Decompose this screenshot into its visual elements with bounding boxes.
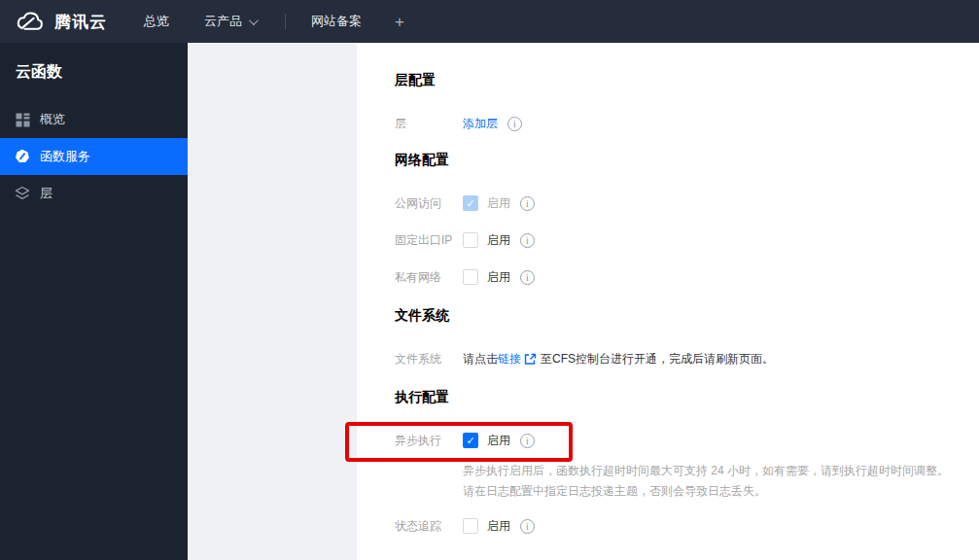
add-layer-link[interactable]: 添加层 — [463, 116, 498, 132]
public-access-checkbox: ✓ — [463, 195, 478, 211]
external-link-icon — [524, 353, 537, 366]
form-row-async-execution: 异步执行 ✓ 启用 i — [395, 432, 971, 449]
topbar: 腾讯云 总览 云产品 网站备案 + — [0, 0, 979, 43]
section-heading-network-config: 网络配置 — [395, 152, 971, 167]
brand-name: 腾讯云 — [54, 11, 107, 33]
info-icon[interactable]: i — [520, 270, 535, 285]
content-gutter — [188, 43, 357, 560]
form-row-filesystem: 文件系统 请点击 链接 至CFS控制台进行开通，完成后请刷新页面。 — [395, 350, 971, 368]
enable-label: 启用 — [487, 232, 510, 249]
sidebar-item-label: 层 — [40, 185, 52, 202]
content-area: 层配置 层 添加层 i 网络配置 公网访问 ✓ 启用 i 固定出口IP — [188, 43, 979, 560]
info-icon[interactable]: i — [520, 434, 535, 448]
nav-overview[interactable]: 总览 — [144, 13, 169, 30]
enable-label: 启用 — [487, 195, 510, 212]
async-execution-checkbox[interactable]: ✓ — [463, 433, 478, 448]
tencent-cloud-logo-icon — [14, 10, 46, 33]
info-icon[interactable]: i — [520, 196, 535, 211]
field-label: 文件系统 — [395, 351, 463, 368]
config-form: 层配置 层 添加层 i 网络配置 公网访问 ✓ 启用 i 固定出口IP — [357, 43, 979, 560]
field-label: 公网访问 — [395, 195, 463, 212]
section-heading-layer-config: 层配置 — [395, 72, 971, 88]
form-row-vpc: 私有网络 启用 i — [395, 268, 971, 286]
sidebar-title: 云函数 — [0, 43, 188, 83]
page: 腾讯云 总览 云产品 网站备案 + 云函数 — [0, 0, 979, 560]
cfs-console-link[interactable]: 链接 — [498, 351, 521, 368]
sidebar-item-overview[interactable]: 概览 — [0, 101, 188, 138]
layers-icon — [15, 186, 30, 201]
brand[interactable]: 腾讯云 — [14, 10, 107, 33]
sidebar: 云函数 概览 — [0, 43, 188, 560]
async-execution-help: 异步执行启用后，函数执行超时时间最大可支持 24 小时，如有需要，请到执行超时时… — [463, 461, 971, 502]
sidebar-item-label: 函数服务 — [40, 148, 90, 165]
field-label: 状态追踪 — [395, 518, 463, 535]
form-row-layer: 层 添加层 i — [395, 115, 971, 132]
form-row-fixed-ip: 固定出口IP 启用 i — [395, 231, 971, 249]
sidebar-item-layers[interactable]: 层 — [0, 175, 188, 212]
nav-divider — [285, 14, 286, 29]
nav-cloud-products[interactable]: 云产品 — [204, 13, 256, 30]
scf-function-icon — [15, 149, 30, 164]
form-row-public-access: 公网访问 ✓ 启用 i — [395, 194, 971, 212]
vpc-checkbox[interactable] — [463, 269, 478, 285]
sidebar-item-label: 概览 — [40, 111, 65, 128]
help-line-1: 异步执行启用后，函数执行超时时间最大可支持 24 小时，如有需要，请到执行超时时… — [463, 461, 971, 481]
nav-icp-filing[interactable]: 网站备案 — [311, 13, 362, 30]
info-icon[interactable]: i — [520, 519, 535, 534]
enable-label: 启用 — [487, 518, 510, 535]
info-icon[interactable]: i — [520, 233, 535, 248]
field-label: 固定出口IP — [395, 232, 463, 249]
sidebar-menu: 概览 函数服务 — [0, 101, 188, 212]
help-line-2: 请在日志配置中指定日志投递主题，否则会导致日志丢失。 — [463, 481, 971, 502]
status-tracking-checkbox[interactable] — [463, 518, 478, 534]
form-row-status-tracking: 状态追踪 启用 i — [395, 517, 971, 535]
section-heading-execution-config: 执行配置 — [395, 389, 971, 404]
chevron-down-icon — [249, 16, 259, 25]
grid-icon — [15, 112, 30, 127]
enable-label: 启用 — [487, 269, 510, 286]
filesystem-hint: 请点击 链接 至CFS控制台进行开通，完成后请刷新页面。 — [463, 351, 774, 368]
field-label: 异步执行 — [395, 433, 463, 449]
top-navigation: 总览 云产品 网站备案 + — [144, 13, 404, 30]
field-label: 层 — [395, 116, 463, 132]
enable-label: 启用 — [487, 433, 510, 449]
field-label: 私有网络 — [395, 269, 463, 286]
fixed-ip-checkbox[interactable] — [463, 232, 478, 248]
sidebar-item-function-service[interactable]: 函数服务 — [0, 138, 188, 175]
add-tab-button[interactable]: + — [395, 14, 404, 30]
section-heading-filesystem: 文件系统 — [395, 307, 971, 323]
info-icon[interactable]: i — [507, 117, 522, 131]
